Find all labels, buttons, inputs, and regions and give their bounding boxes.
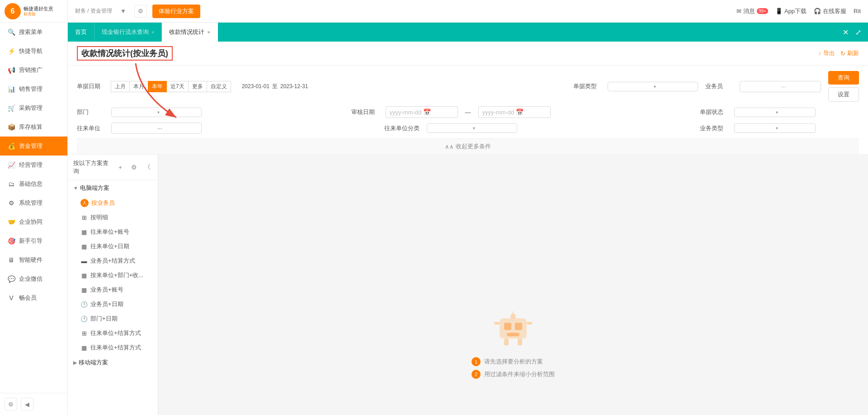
dept-label: 部门	[77, 108, 104, 116]
scheme-section-desktop-header[interactable]: ▼ 电脑端方案	[68, 180, 158, 196]
collapse-icon: ∧∧	[445, 143, 454, 150]
sidebar-item-basic[interactable]: 🗂 基础信息	[0, 174, 67, 193]
breadcrumb-expand-btn[interactable]: ▼	[118, 7, 129, 15]
scheme-item-dept-date[interactable]: 🕐 部门+日期	[68, 311, 158, 326]
scheme-item-salesperson-settlement[interactable]: ▬ 业务员+结算方式	[68, 254, 158, 268]
basic-icon: 🗂	[7, 180, 15, 188]
app-download-btn[interactable]: 📱 App下载	[775, 7, 807, 15]
topbar-settings-btn[interactable]: ⚙	[134, 5, 147, 18]
sidebar-item-marketing[interactable]: 📢 营销推广	[0, 61, 67, 80]
tab-maximize-btn[interactable]: ⤢	[852, 26, 864, 38]
review-date-from[interactable]: yyyy-mm-dd 📅	[386, 106, 458, 118]
scheme-item-by-detail[interactable]: ⊞ 按明细	[68, 210, 158, 225]
tab-bank-close[interactable]: ×	[151, 29, 154, 35]
scheme-item-customer-settlement2[interactable]: ▦ 往来单位+结算方式	[68, 340, 158, 355]
sidebar-item-guide[interactable]: 🎯 新手引导	[0, 231, 67, 250]
page-actions: ↑ 导出 ↻ 刷新	[819, 49, 859, 57]
message-badge: 99+	[757, 8, 768, 14]
sidebar-item-wechat[interactable]: 💬 企业微信	[0, 269, 67, 288]
sidebar-settings-btn[interactable]: ⚙	[5, 398, 17, 410]
sidebar-label-quicknav: 快捷导航	[19, 47, 42, 55]
app-label: App下载	[784, 7, 807, 15]
filter-collapse-row: ∧∧ 收起更多条件	[77, 138, 859, 154]
scheme-section-desktop: ▼ 电脑端方案 人 按业务员 ⊞ 按明细 ▦ 往来单位+账号	[68, 180, 158, 355]
trial-btn[interactable]: 体验行业方案	[152, 5, 200, 18]
scheme-item-salesperson-date[interactable]: 🕐 业务员+日期	[68, 297, 158, 311]
scheme-item-label-detail: 按明细	[90, 213, 108, 222]
tab-receipt[interactable]: 收款情况统计 ×	[162, 23, 217, 42]
dept-select[interactable]: ▾	[111, 108, 202, 117]
sidebar-item-purchase[interactable]: 🛒 采购管理	[0, 99, 67, 118]
sidebar-item-hardware[interactable]: 🖥 智能硬件	[0, 250, 67, 269]
user-avatar[interactable]: Rit	[854, 8, 861, 14]
date-tab-custom[interactable]: 自定义	[207, 81, 231, 92]
scheme-item-customer-account[interactable]: ▦ 往来单位+账号	[68, 225, 158, 239]
inventory-icon: 📦	[7, 123, 15, 131]
customer-category-select[interactable]: ▾	[427, 123, 517, 133]
step-2-number: 2	[472, 370, 481, 379]
sidebar-item-system[interactable]: ⚙ 系统管理	[0, 193, 67, 212]
scheme-item-by-customer-dept[interactable]: ▦ 按来单位+部门+收...	[68, 268, 158, 283]
date-tab-last-month[interactable]: 上月	[111, 81, 130, 92]
scheme-item-label-sp-settle: 业务员+结算方式	[90, 257, 135, 265]
chevron-down-icon2: ▾	[157, 110, 198, 115]
refresh-btn[interactable]: ↻ 刷新	[840, 49, 859, 57]
doc-type-label: 单据类型	[573, 82, 600, 90]
tab-close-all-btn[interactable]: ✕	[839, 26, 852, 38]
sidebar-item-enterprise[interactable]: 🤝 企业协同	[0, 212, 67, 231]
sidebar-bottom: ⚙ ◀	[0, 393, 67, 415]
review-date-to-value: yyyy-mm-dd	[482, 109, 514, 116]
sidebar-item-inventory[interactable]: 📦 库存核算	[0, 118, 67, 137]
query-btn[interactable]: 查询	[828, 71, 859, 85]
scheme-panel: 按以下方案查询 + ⚙ 《 ▼ 电脑端方案 人 按业务员	[68, 155, 158, 415]
scheme-item-salesperson-account[interactable]: ▦ 业务员+账号	[68, 283, 158, 297]
section-arrow-icon: ▼	[73, 185, 78, 191]
sidebar-label-member: 畅会员	[19, 294, 37, 302]
export-btn[interactable]: ↑ 导出	[819, 49, 835, 57]
tab-bank[interactable]: 现金银行流水查询 ×	[94, 23, 162, 42]
service-label: 在线客服	[823, 7, 846, 15]
sidebar-item-finance[interactable]: 💰 资金管理	[0, 137, 67, 156]
tab-home[interactable]: 首页	[68, 23, 94, 42]
date-tab-this-year[interactable]: 本年	[148, 81, 167, 92]
doc-type-select[interactable]: ▾	[608, 82, 698, 91]
sidebar-item-quicknav[interactable]: ⚡ 快捷导航	[0, 42, 67, 61]
hardware-icon: 🖥	[7, 256, 15, 264]
scheme-settings-btn[interactable]: ⚙	[129, 162, 139, 172]
review-date-from-value: yyyy-mm-dd	[390, 109, 422, 116]
sidebar-item-operation[interactable]: 📈 经营管理	[0, 156, 67, 174]
tab-receipt-close[interactable]: ×	[207, 29, 210, 35]
date-tab-7days[interactable]: 近7天	[166, 81, 189, 92]
review-date-to[interactable]: yyyy-mm-dd 📅	[478, 106, 551, 118]
scheme-section-mobile-header[interactable]: ▶ 移动端方案	[68, 355, 158, 370]
settings-btn[interactable]: 设置	[828, 87, 859, 102]
chevron-down-icon3: ▾	[776, 110, 811, 115]
salesperson-select[interactable]: ···	[740, 81, 821, 92]
date-tab-this-month[interactable]: 本月	[129, 81, 148, 92]
scheme-item-icon-salesperson: 人	[80, 199, 89, 207]
sidebar-collapse-btn[interactable]: ◀	[21, 398, 33, 410]
sidebar-item-sales[interactable]: 📊 销售管理	[0, 80, 67, 99]
svg-rect-6	[494, 322, 500, 325]
sidebar-item-search[interactable]: 🔍 搜索菜单	[0, 23, 67, 42]
collapse-more-btn[interactable]: ∧∧ 收起更多条件	[445, 142, 491, 151]
scheme-item-by-salesperson[interactable]: 人 按业务员	[68, 196, 158, 210]
scheme-add-btn[interactable]: +	[115, 162, 125, 172]
message-btn[interactable]: ✉ 消息 99+	[736, 7, 768, 15]
date-tab-more[interactable]: 更多	[188, 81, 207, 92]
scheme-item-customer-date[interactable]: ▦ 往来单位+日期	[68, 239, 158, 254]
sidebar-item-member[interactable]: V 畅会员	[0, 288, 67, 307]
marketing-icon: 📢	[7, 66, 15, 74]
biz-type-label: 业务类型	[700, 124, 727, 132]
sidebar-label-marketing: 营销推广	[19, 66, 42, 74]
biz-type-select[interactable]: ▾	[734, 123, 816, 133]
page-title: 收款情况统计(按业务员)	[77, 46, 173, 61]
svg-rect-8	[504, 339, 509, 345]
filter-row-date: 单据日期 上月 本月 本年 近7天 更多 自定义 2023-01-01 至 20…	[77, 71, 859, 102]
sidebar-label-enterprise: 企业协同	[19, 218, 42, 226]
scheme-collapse-btn[interactable]: 《	[142, 162, 152, 172]
customer-select[interactable]: ···	[111, 123, 202, 134]
scheme-item-customer-settlement[interactable]: ⊞ 往来单位+结算方式	[68, 326, 158, 340]
online-service-btn[interactable]: 🎧 在线客服	[814, 7, 846, 15]
doc-status-select[interactable]: ▾	[734, 108, 816, 117]
